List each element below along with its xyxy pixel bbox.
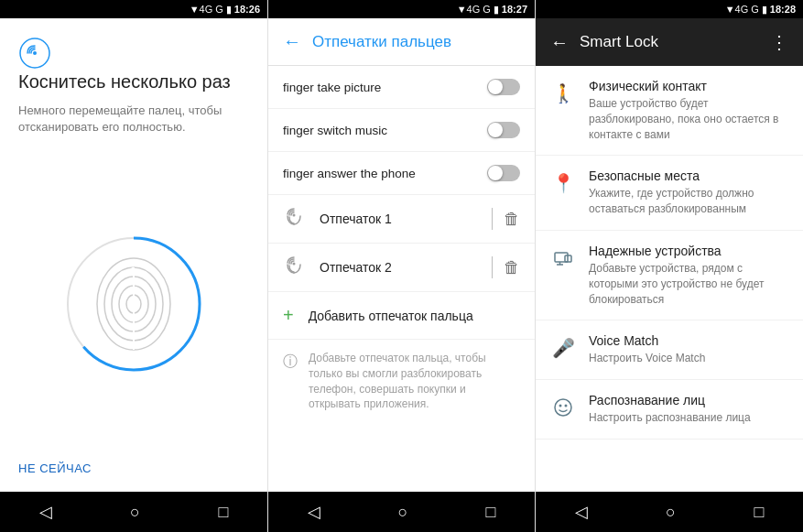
status-time-1: 18:26	[234, 4, 260, 15]
nav-back-3[interactable]: ◁	[575, 502, 588, 522]
info-text: Добавьте отпечаток пальца, чтобы только …	[309, 351, 520, 412]
signal-icon-3: ▼4G	[725, 4, 749, 15]
wifi-icon: G	[215, 4, 223, 15]
nav-home-1[interactable]: ○	[130, 503, 140, 522]
devices-title: Надежные устройства	[589, 244, 788, 258]
svg-point-18	[559, 405, 562, 407]
delete-fingerprint-2[interactable]: 🗑	[504, 258, 520, 277]
face-title: Распознавание лиц	[589, 393, 751, 407]
toggle-row-phone[interactable]: finger answer the phone	[268, 152, 535, 195]
fingerprint-row-2[interactable]: Отпечаток 2 🗑	[268, 244, 535, 292]
signal-icon: ▼4G	[190, 4, 213, 15]
wifi-icon-3: G	[751, 4, 759, 15]
battery-icon-3: ▮	[762, 4, 767, 16]
smart-lock-voice[interactable]: 🎤 Voice Match Настроить Voice Match	[536, 320, 803, 380]
toggle-row-music[interactable]: finger switch music	[268, 109, 535, 152]
panel3-title: Smart Lock	[580, 33, 658, 51]
devices-icon	[550, 245, 576, 271]
places-subtitle: Укажите, где устройство должно оставатьс…	[589, 186, 788, 217]
toggle-phone[interactable]	[487, 165, 520, 181]
nav-back-2[interactable]: ◁	[308, 502, 320, 522]
back-button-2[interactable]: ←	[283, 31, 301, 52]
info-row: ⓘ Добавьте отпечаток пальца, чтобы тольк…	[268, 340, 535, 423]
scan-subtitle: Немного перемещайте палец, чтобы отскани…	[18, 103, 249, 136]
nav-home-3[interactable]: ○	[666, 503, 676, 522]
toggle-row-picture[interactable]: finger take picture	[268, 66, 535, 109]
face-subtitle: Настроить распознавание лица	[589, 410, 751, 426]
fingerprint-row-1[interactable]: Отпечаток 1 🗑	[268, 195, 535, 244]
physical-icon: 🚶	[550, 81, 576, 106]
panel-smart-lock: ▼4G G ▮ 18:28 ← Smart Lock ⋮ 🚶 Физически…	[535, 0, 803, 532]
battery-icon: ▮	[226, 4, 232, 16]
svg-point-12	[293, 263, 296, 266]
nav-bar-1: ◁ ○ □	[0, 492, 267, 532]
toggle-label-music: finger switch music	[283, 124, 487, 137]
status-bar-2: ▼4G G ▮ 18:27	[268, 0, 535, 18]
fingerprint-name-2: Отпечаток 2	[320, 260, 481, 275]
panel2-title: Отпечатки пальцев	[312, 33, 451, 51]
nav-bar-3: ◁ ○ □	[536, 492, 803, 532]
scan-content: Коснитесь несколько раз Немного перемеща…	[0, 18, 267, 492]
status-icons-3: ▼4G G ▮ 18:28	[725, 4, 796, 16]
status-icons-2: ▼4G G ▮ 18:27	[457, 4, 527, 16]
face-icon	[550, 395, 576, 420]
physical-title: Физический контакт	[589, 79, 788, 93]
smart-lock-devices[interactable]: Надежные устройства Добавьте устройства,…	[536, 231, 803, 320]
panel3-header: ← Smart Lock ⋮	[536, 18, 803, 66]
info-icon: ⓘ	[283, 353, 298, 372]
panel3-header-left: ← Smart Lock	[550, 32, 658, 53]
not-now-button[interactable]: НЕ СЕЙЧАС	[18, 454, 249, 483]
nav-recents-3[interactable]: □	[754, 503, 764, 522]
toggle-knob-phone	[488, 166, 503, 180]
scan-progress-circle	[60, 231, 207, 377]
status-time-2: 18:27	[502, 4, 527, 15]
status-icons-1: ▼4G G ▮ 18:26	[190, 4, 260, 16]
svg-point-17	[555, 399, 571, 416]
smart-lock-face[interactable]: Распознавание лиц Настроить распознавани…	[536, 380, 803, 440]
fingerprint-icon-1	[283, 208, 305, 230]
nav-home-2[interactable]: ○	[398, 503, 408, 522]
back-button-3[interactable]: ←	[550, 32, 569, 53]
places-icon: 📍	[550, 170, 576, 196]
voice-text: Voice Match Настроить Voice Match	[589, 333, 705, 366]
physical-text: Физический контакт Ваше устройство будет…	[589, 79, 788, 142]
status-time-3: 18:28	[770, 4, 796, 15]
nav-recents-1[interactable]: □	[218, 503, 228, 522]
scan-circle-area	[18, 154, 249, 454]
toggle-label-phone: finger answer the phone	[283, 167, 487, 180]
svg-point-11	[293, 214, 296, 217]
toggle-music[interactable]	[487, 122, 520, 138]
add-fingerprint-row[interactable]: + Добавить отпечаток пальца	[268, 292, 535, 340]
toggle-picture[interactable]	[487, 79, 520, 95]
face-text: Распознавание лиц Настроить распознавани…	[589, 393, 751, 426]
nav-back-1[interactable]: ◁	[39, 502, 52, 522]
add-fingerprint-label: Добавить отпечаток пальца	[309, 309, 473, 323]
delete-fingerprint-1[interactable]: 🗑	[504, 210, 520, 229]
status-bar-1: ▼4G G ▮ 18:26	[0, 0, 267, 18]
signal-icon-2: ▼4G	[457, 4, 481, 15]
voice-subtitle: Настроить Voice Match	[589, 351, 705, 366]
svg-point-1	[33, 51, 37, 55]
add-icon: +	[283, 305, 294, 326]
toggle-knob-picture	[488, 80, 503, 94]
fp-divider-1	[492, 208, 493, 230]
panel-fingerprints: ▼4G G ▮ 18:27 ← Отпечатки пальцев finger…	[267, 0, 535, 532]
panel2-header: ← Отпечатки пальцев	[268, 18, 535, 66]
places-title: Безопасные места	[589, 168, 788, 183]
smart-lock-list: 🚶 Физический контакт Ваше устройство буд…	[536, 66, 803, 492]
toggle-knob-music	[488, 123, 503, 137]
svg-point-19	[565, 405, 568, 407]
smart-lock-places[interactable]: 📍 Безопасные места Укажите, где устройст…	[536, 156, 803, 231]
voice-title: Voice Match	[589, 333, 705, 348]
toggle-label-picture: finger take picture	[283, 81, 487, 94]
voice-icon: 🎤	[550, 335, 576, 361]
scan-title: Коснитесь несколько раз	[18, 70, 249, 93]
fingerprint-icon-2	[283, 256, 305, 278]
fingerprint-name-1: Отпечаток 1	[320, 212, 481, 226]
more-options-button[interactable]: ⋮	[770, 31, 788, 53]
nav-recents-2[interactable]: □	[486, 503, 496, 522]
wifi-icon-2: G	[483, 4, 491, 15]
smart-lock-physical[interactable]: 🚶 Физический контакт Ваше устройство буд…	[536, 66, 803, 156]
fingerprint-icon-large	[18, 37, 249, 70]
fp-divider-2	[492, 256, 493, 278]
